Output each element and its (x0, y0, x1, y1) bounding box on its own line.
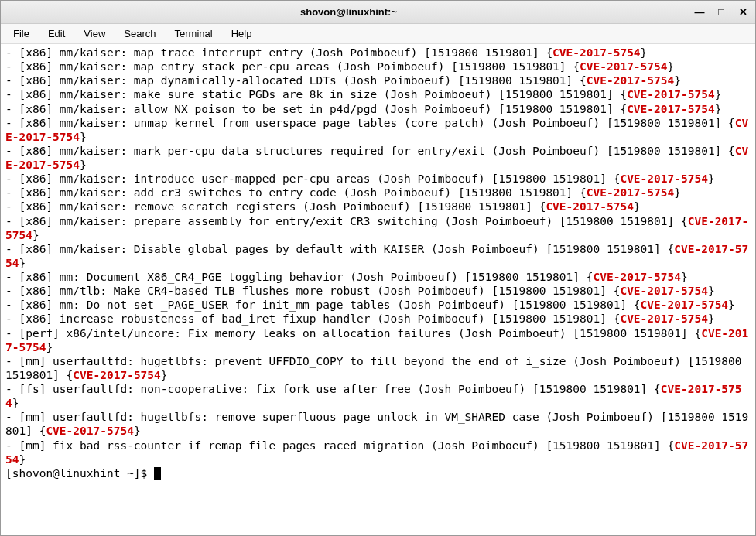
menu-terminal[interactable]: Terminal (167, 26, 221, 42)
output-line: - [x86] mm: Do not set _PAGE_USER for in… (5, 299, 735, 311)
output-line: - [x86] mm/kaiser: allow NX poison to be… (5, 103, 721, 115)
output-line: - [x86] mm/kaiser: make sure static PGDs… (5, 88, 721, 101)
output-line: - [x86] mm/tlb: Make CR4-based TLB flush… (5, 285, 715, 297)
cve-id: CVE-2017-5754 (73, 369, 161, 381)
output-line: - [x86] mm/kaiser: add cr3 switches to e… (5, 186, 681, 199)
maximize-button[interactable]: □ (713, 5, 729, 19)
output-line: - [x86] mm/kaiser: Disable global pages … (5, 243, 748, 269)
cve-id: CVE-2017-5754 (5, 243, 748, 269)
cve-id: CVE-2017-5754 (620, 312, 708, 325)
cve-id: CVE-2017-5754 (627, 103, 715, 115)
cve-id: CVE-2017-5754 (5, 327, 748, 353)
output-line: - [x86] mm/kaiser: remove scratch regist… (5, 200, 641, 213)
cve-id: CVE-2017-5754 (580, 60, 668, 73)
output-line: - [x86] mm: Document X86_CR4_PGE togglin… (5, 271, 688, 283)
shell-prompt[interactable]: [shovon@linuxhint ~]$ (5, 467, 154, 480)
cve-id: CVE-2017-5754 (620, 285, 708, 297)
minimize-button[interactable]: — (692, 5, 707, 19)
cve-id: CVE-2017-5754 (587, 186, 675, 199)
output-line: - [x86] mm/kaiser: unmap kernel from use… (5, 117, 748, 143)
titlebar-buttons: — □ ✕ (692, 5, 751, 19)
output-line: - [x86] mm/kaiser: map dynamically-alloc… (5, 74, 681, 87)
output-line: - [x86] increase robusteness of bad_iret… (5, 312, 715, 325)
output-line: - [x86] mm/kaiser: map entry stack per-c… (5, 60, 674, 73)
output-line: - [x86] mm/kaiser: introduce user-mapped… (5, 172, 715, 185)
menu-file[interactable]: File (5, 26, 37, 42)
cve-id: CVE-2017-5754 (5, 117, 748, 143)
menubar: File Edit View Search Terminal Help (1, 24, 755, 44)
cve-id: CVE-2017-5754 (5, 439, 748, 466)
cve-id: CVE-2017-5754 (594, 271, 682, 283)
window-title: shovon@linuxhint:~ (5, 6, 692, 18)
titlebar: shovon@linuxhint:~ — □ ✕ (1, 1, 755, 24)
terminal-window: shovon@linuxhint:~ — □ ✕ File Edit View … (0, 0, 756, 536)
close-button[interactable]: ✕ (735, 5, 751, 19)
output-line: - [fs] userfaultfd: non-cooperative: fix… (5, 383, 742, 409)
menu-view[interactable]: View (76, 26, 113, 42)
menu-search[interactable]: Search (116, 26, 163, 42)
output-line: - [mm] userfaultfd: hugetlbfs: prevent U… (5, 355, 748, 381)
cve-id: CVE-2017-5754 (552, 46, 641, 59)
cve-id: CVE-2017-5754 (627, 88, 715, 101)
output-line: - [x86] mm/kaiser: prepare assembly for … (5, 215, 748, 241)
output-line: - [x86] mm/kaiser: map trace interrupt e… (5, 46, 647, 59)
output-line: - [x86] mm/kaiser: mark per-cpu data str… (5, 145, 748, 171)
menu-edit[interactable]: Edit (40, 26, 73, 42)
cve-id: CVE-2017-5754 (5, 145, 748, 171)
cve-id: CVE-2017-5754 (587, 74, 675, 87)
terminal-output[interactable]: - [x86] mm/kaiser: map trace interrupt e… (1, 44, 755, 535)
cve-id: CVE-2017-5754 (620, 172, 708, 185)
cve-id: CVE-2017-5754 (5, 383, 742, 409)
output-line: - [perf] x86/intel/uncore: Fix memory le… (5, 327, 748, 353)
cve-id: CVE-2017-5754 (46, 425, 134, 437)
menu-help[interactable]: Help (224, 26, 260, 42)
output-line: - [mm] userfaultfd: hugetlbfs: remove su… (5, 411, 748, 437)
cve-id: CVE-2017-5754 (5, 215, 748, 241)
cve-id: CVE-2017-5754 (546, 200, 634, 213)
output-line: - [mm] fix bad rss-counter if remap_file… (5, 439, 748, 466)
cve-id: CVE-2017-5754 (641, 299, 729, 311)
cursor (154, 467, 161, 480)
